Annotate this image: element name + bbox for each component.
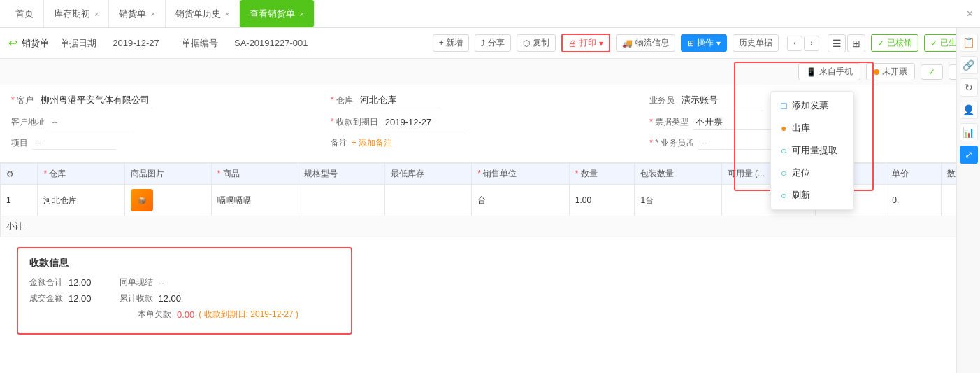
nav-next[interactable]: › xyxy=(804,36,819,51)
due-note: ( 收款到期日: 2019-12-27 ) xyxy=(199,309,298,321)
add-invoice-item[interactable]: □ 添加发票 xyxy=(771,94,853,117)
doc-meta: 单据日期 2019-12-27 单据编号 SA-20191227-001 xyxy=(60,37,331,50)
row-min-stock xyxy=(385,185,472,216)
sidebar-expand-icon[interactable]: ⤢ xyxy=(960,146,978,164)
view-grid-btn[interactable]: ⊞ xyxy=(847,34,865,52)
from-phone-btn[interactable]: 📱 来自手机 xyxy=(798,63,860,80)
sidebar-user-icon[interactable]: 👤 xyxy=(960,101,978,119)
payment-info-box: 收款信息 金额合计 12.00 同单现结 -- 成交金额 12.00 累计收款 xyxy=(17,247,352,335)
tab-sales-history[interactable]: 销货单历史 × xyxy=(166,0,240,27)
date-label: 单据日期 2019-12-27 xyxy=(60,37,171,50)
same-order-value: -- xyxy=(159,277,165,288)
share-button[interactable]: ⤴ 分享 xyxy=(475,34,511,52)
sidebar-refresh-icon[interactable]: ↻ xyxy=(960,78,978,97)
history-button[interactable]: 历史单据 xyxy=(733,34,779,52)
cancelled-button[interactable]: ✓ 已核销 xyxy=(871,34,918,52)
employee-value: 演示账号 xyxy=(679,92,763,108)
tab-home[interactable]: 首页 xyxy=(6,0,44,27)
sidebar-doc-icon[interactable]: 📋 xyxy=(960,34,978,52)
add-invoice-icon: □ xyxy=(781,100,786,111)
address-value: -- xyxy=(49,115,133,129)
number-label: 单据编号 SA-20191227-001 xyxy=(182,37,319,50)
print-icon: 🖨 xyxy=(568,38,577,48)
col-pack-qty: 包装数量 xyxy=(635,164,721,185)
refresh-icon: ○ xyxy=(781,190,786,201)
operate-button[interactable]: ⊞ 操作 ▾ xyxy=(681,34,727,52)
cumulative-label: 累计收款 xyxy=(120,293,153,304)
sales-emp-label: * 业务员孟 xyxy=(649,137,694,149)
settings-icon: ⚙ xyxy=(6,169,14,179)
available-qty-item[interactable]: ○ 可用量提取 xyxy=(771,139,853,162)
row-warehouse: 河北仓库 xyxy=(38,185,124,216)
view-list-btn[interactable]: ☰ xyxy=(828,34,846,52)
payment-row-3: 本单欠款 0.00 ( 收款到期日: 2019-12-27 ) xyxy=(29,309,340,321)
col-product: * 商品 xyxy=(211,164,298,185)
phone-icon: 📱 xyxy=(806,67,816,77)
operate-dropdown: □ 添加发票 ● 出库 ○ 可用量提取 ○ 定位 ○ 刷新 xyxy=(770,91,854,210)
doc-title: ↩ 销货单 xyxy=(8,36,49,50)
main-area: ↩ 销货单 单据日期 2019-12-27 单据编号 SA-20191227-0… xyxy=(0,28,980,373)
tab-sales-close[interactable]: × xyxy=(150,10,154,18)
row-product: 嗝嗝嗝嗝 xyxy=(211,185,298,216)
add-note-btn[interactable]: + 添加备注 xyxy=(352,137,392,149)
same-order-label: 同单现结 xyxy=(120,276,153,288)
locate-item[interactable]: ○ 定位 xyxy=(771,162,853,184)
warehouse-label: 仓库 xyxy=(331,94,353,106)
effective-icon: ✓ xyxy=(930,38,937,48)
doc-type-label: 销货单 xyxy=(22,37,49,50)
payment-row-1: 金额合计 12.00 同单现结 -- xyxy=(29,276,340,288)
project-label: 项目 xyxy=(11,137,28,149)
owed-item: 本单欠款 0.00 ( 收款到期日: 2019-12-27 ) xyxy=(138,309,298,321)
tab-view-sales[interactable]: 查看销货单 × xyxy=(240,0,314,27)
total-amount-item: 金额合计 12.00 xyxy=(29,276,92,288)
subtotal-label: 小计 xyxy=(1,216,980,237)
col-spec: 规格型号 xyxy=(298,164,385,185)
product-image: 📦 xyxy=(131,189,153,211)
not-opened-btn[interactable]: 未开票 xyxy=(866,63,915,80)
bill-type-label: 票据类型 xyxy=(649,116,689,128)
row-index: 1 xyxy=(1,185,38,216)
tab-inventory-close[interactable]: × xyxy=(94,10,99,18)
payment-title: 收款信息 xyxy=(29,257,340,269)
col-warehouse: * 仓库 xyxy=(38,164,124,185)
warehouse-field: 仓库 河北仓库 xyxy=(331,92,650,108)
project-field: 项目 -- xyxy=(11,136,331,150)
same-order-item: 同单现结 -- xyxy=(120,276,165,288)
bill-type-value: 不开票 xyxy=(693,114,777,130)
outbound-icon: ● xyxy=(781,122,786,134)
outbound-item[interactable]: ● 出库 xyxy=(771,117,853,139)
address-field: 客户地址 -- xyxy=(11,115,331,129)
employee-label: 业务员 xyxy=(649,94,675,106)
cumulative-value: 12.00 xyxy=(159,293,182,304)
col-min-stock: 最低库存 xyxy=(385,164,472,185)
tab-inventory[interactable]: 库存期初 × xyxy=(44,0,109,27)
project-value: -- xyxy=(32,136,116,150)
sidebar-chart-icon[interactable]: 📊 xyxy=(960,123,978,141)
col-settings[interactable]: ⚙ xyxy=(1,164,38,185)
transaction-item: 成交金额 12.00 xyxy=(29,293,92,304)
check-btn[interactable]: ✓ xyxy=(921,64,943,80)
print-button[interactable]: 🖨 打印 ▾ xyxy=(561,34,610,52)
payment-row-2: 成交金额 12.00 累计收款 12.00 xyxy=(29,293,340,304)
doc-actions: + 新增 ⤴ 分享 ⬡ 复制 🖨 打印 ▾ 🚚 物流信息 ⊞ 操作 ▾ xyxy=(433,34,972,52)
copy-button[interactable]: ⬡ 复制 xyxy=(517,34,556,52)
check-green-icon: ✓ xyxy=(928,67,935,77)
row-spec xyxy=(298,185,385,216)
tab-sales[interactable]: 销货单 × xyxy=(109,0,165,27)
doc-type-icon: ↩ xyxy=(8,36,17,50)
operate-dropdown-arrow[interactable]: ▾ xyxy=(716,38,721,48)
tab-view-sales-close[interactable]: × xyxy=(299,10,303,18)
available-qty-icon: ○ xyxy=(781,145,786,156)
new-button[interactable]: + 新增 xyxy=(433,34,469,52)
refresh-item[interactable]: ○ 刷新 xyxy=(771,184,853,206)
tab-sales-history-close[interactable]: × xyxy=(225,10,229,18)
sidebar-link-icon[interactable]: 🔗 xyxy=(960,56,978,74)
print-dropdown-arrow[interactable]: ▾ xyxy=(599,38,603,48)
owed-label: 本单欠款 xyxy=(138,309,171,321)
check-icon: ✓ xyxy=(877,38,884,48)
window-close-icon[interactable]: × xyxy=(967,8,973,20)
logistics-button[interactable]: 🚚 物流信息 xyxy=(616,34,675,52)
nav-prev[interactable]: ‹ xyxy=(787,36,802,51)
total-amount-value: 12.00 xyxy=(69,277,92,288)
status-dot-orange xyxy=(874,69,879,75)
